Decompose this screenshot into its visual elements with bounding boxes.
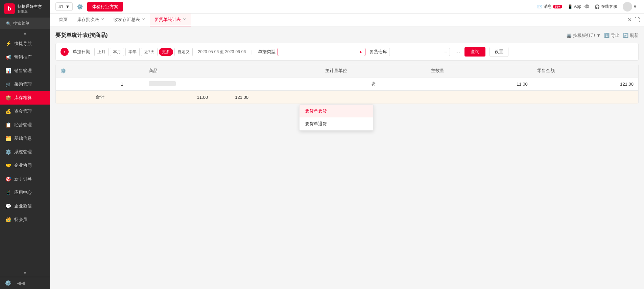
page-header: 要货单统计表(按商品) 🖨️ 按模板打印 ▼ ⬇️ 导出 🔄 刷新 (55, 32, 639, 39)
scroll-up-button[interactable]: ▲ (0, 29, 50, 37)
filter-bar: › 单据日期 上月 本月 本年 近7天 更多 自定义 2023-05-06 至 … (55, 43, 639, 61)
marketing-icon: 📢 (5, 54, 11, 61)
export-label: 导出 (611, 32, 620, 39)
page-content: 要货单统计表(按商品) 🖨️ 按模板打印 ▼ ⬇️ 导出 🔄 刷新 › (50, 26, 644, 289)
type-chevron-up-icon[interactable]: ▲ (359, 49, 363, 54)
sidebar-item-inventory[interactable]: 📦 库存核算 (0, 91, 50, 105)
dropdown-item-return[interactable]: 要货单退货 (300, 117, 373, 130)
tab-batch[interactable]: 库存批次账 ✕ (72, 14, 109, 26)
sidebar-item-label: 基础信息 (14, 135, 32, 141)
tab-order-stats[interactable]: 要货单统计表 ✕ (150, 14, 191, 26)
tab-order-stats-label: 要货单统计表 (154, 17, 181, 23)
sidebar-item-member[interactable]: 👑 畅会员 (0, 213, 50, 226)
store-chevron-icon: ▼ (65, 4, 70, 9)
sidebar-item-system[interactable]: ⚙️ 系统管理 (0, 145, 50, 159)
sidebar-item-quick-nav[interactable]: ⚡ 快捷导航 (0, 37, 50, 50)
store-selector[interactable]: 41 ▼ (55, 2, 73, 11)
footer-label: 合计 (91, 94, 172, 100)
page-actions: 🖨️ 按模板打印 ▼ ⬇️ 导出 🔄 刷新 (566, 32, 639, 39)
sidebar-item-label: 营销推广 (14, 54, 32, 60)
type-dropdown: 要货单要货 要货单退货 (299, 104, 374, 131)
sidebar-item-wechat[interactable]: 💬 企业微信 (0, 199, 50, 213)
type-input[interactable] (278, 48, 365, 56)
page-title: 要货单统计表(按商品) (55, 32, 108, 39)
date-btn-more[interactable]: 更多 (159, 48, 173, 56)
base-icon: 🗂️ (5, 135, 11, 142)
footer-amount: 121.00 (213, 95, 253, 100)
date-btn-this-month[interactable]: 本月 (110, 48, 124, 56)
sidebar-settings-icon[interactable]: ⚙️ (5, 280, 11, 286)
sidebar-item-label: 应用中心 (14, 190, 32, 196)
tab-home[interactable]: 首页 (54, 14, 72, 26)
table-footer: 合计 11.00 121.00 (56, 90, 638, 104)
search-label: 搜索菜单 (13, 21, 29, 26)
sidebar-bottom: ⚙️ ◀◀ (0, 277, 50, 289)
warehouse-input[interactable] (389, 48, 450, 56)
tab-collect[interactable]: 收发存汇总表 ✕ (109, 14, 150, 26)
sidebar-item-base[interactable]: 🗂️ 基础信息 (0, 132, 50, 145)
sidebar-item-marketing[interactable]: 📢 营销推广 (0, 50, 50, 64)
sidebar-item-enterprise[interactable]: 🤝 企业协同 (0, 159, 50, 172)
date-buttons: 上月 本月 本年 近7天 更多 自定义 (94, 48, 193, 56)
td-unit: 块 (320, 77, 426, 91)
filter-more-button[interactable]: ··· (455, 48, 460, 55)
refresh-button[interactable]: 🔄 刷新 (623, 32, 639, 39)
sidebar-item-purchase[interactable]: 🛒 采购管理 (0, 77, 50, 91)
warehouse-label: 要货仓库 (369, 49, 387, 55)
sidebar-search[interactable]: 🔍 搜索菜单 (0, 18, 50, 29)
date-btn-this-year[interactable]: 本年 (125, 48, 140, 56)
sidebar-item-finance[interactable]: 💰 资金管理 (0, 105, 50, 118)
service-icon: 🎧 (595, 4, 600, 9)
warehouse-more-icon[interactable]: ··· (444, 49, 447, 54)
guide-icon: 🎯 (5, 176, 11, 182)
sidebar-item-label: 销售管理 (14, 68, 32, 74)
table-row: 1 块 11.00 121.00 (56, 77, 638, 91)
scroll-down-button[interactable]: ▼ (0, 269, 50, 277)
sales-icon: 📊 (5, 67, 11, 74)
tab-batch-close-icon[interactable]: ✕ (101, 17, 104, 22)
sidebar-collapse-icon[interactable]: ◀◀ (17, 280, 25, 286)
sidebar-logo: b 畅捷通好生意 标准版 (0, 0, 50, 18)
date-btn-custom[interactable]: 自定义 (174, 48, 193, 56)
print-button[interactable]: 🖨️ 按模板打印 ▼ (566, 32, 601, 39)
print-chevron-icon: ▼ (596, 33, 601, 38)
system-icon: ⚙️ (5, 149, 11, 155)
sidebar-item-label: 资金管理 (14, 108, 32, 114)
top-header: 41 ▼ ⚙️ 体验行业方案 ✉️ 消息 99+ 📱 App下载 🎧 在线客服 (50, 0, 644, 14)
header-gear-icon[interactable]: ⚙️ (77, 4, 83, 10)
enterprise-icon: 🤝 (5, 162, 11, 169)
th-product: 商品 (144, 64, 320, 77)
date-range: 2023-05-06 至 2023-06-06 (198, 49, 246, 55)
sidebar-item-operations[interactable]: 📋 经营管理 (0, 118, 50, 132)
sidebar-item-app-center[interactable]: 📱 应用中心 (0, 186, 50, 199)
purchase-icon: 🛒 (5, 81, 11, 88)
tab-close-all-icon[interactable]: ✕ (627, 17, 632, 23)
tab-expand-icon[interactable]: ⛶ (635, 17, 640, 23)
td-amount: 121.00 (532, 77, 638, 91)
sidebar-item-label: 新手引导 (14, 176, 32, 182)
query-button[interactable]: 查询 (464, 47, 485, 57)
app-download-action[interactable]: 📱 App下载 (568, 4, 589, 9)
date-btn-last-month[interactable]: 上月 (94, 48, 109, 56)
filter-expand-button[interactable]: › (61, 48, 69, 56)
export-button[interactable]: ⬇️ 导出 (604, 32, 620, 39)
sidebar-item-guide[interactable]: 🎯 新手引导 (0, 172, 50, 186)
sidebar-item-sales[interactable]: 📊 销售管理 (0, 64, 50, 77)
type-input-wrap: ▲ (278, 48, 365, 56)
tab-order-stats-close-icon[interactable]: ✕ (183, 17, 186, 22)
message-action[interactable]: ✉️ 消息 99+ (537, 4, 562, 9)
table-settings-button[interactable]: 设置 (490, 47, 508, 57)
date-btn-last-7-days[interactable]: 近7天 (141, 48, 158, 56)
warehouse-filter-field: 要货仓库 ··· (369, 48, 450, 56)
th-settings[interactable]: ⚙️ (56, 64, 100, 77)
sidebar-item-label: 快捷导航 (14, 41, 32, 47)
dropdown-item-order[interactable]: 要货单要货 (300, 105, 373, 117)
th-unit: 主计量单位 (320, 64, 426, 77)
user-action[interactable]: Rit (623, 2, 639, 12)
avatar (623, 2, 632, 12)
logo-icon: b (4, 3, 15, 14)
type-label: 单据类型 (258, 49, 276, 55)
tab-collect-close-icon[interactable]: ✕ (142, 17, 145, 22)
trial-button[interactable]: 体验行业方案 (87, 2, 123, 12)
service-action[interactable]: 🎧 在线客服 (595, 4, 617, 9)
